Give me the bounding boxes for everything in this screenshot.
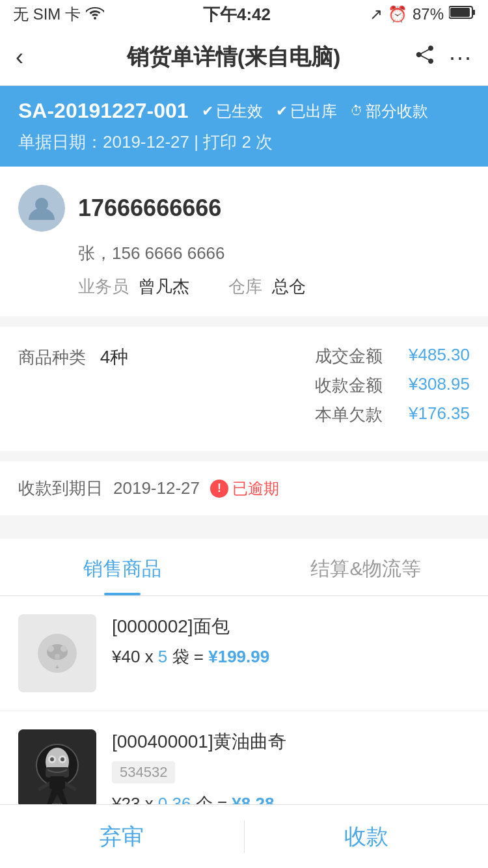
wifi-icon [86,5,104,23]
tab-settlement[interactable]: 结算&物流等 [244,539,488,595]
product-name-1: [0000002]面包 [112,614,470,639]
product-info-1: [0000002]面包 ¥40 x 5 袋 = ¥199.99 [112,614,470,668]
product-info-2: [000400001]黄油曲奇 534532 ¥23 x 0.36 个 = ¥8… [112,729,470,815]
cancel-button[interactable]: 弃审 [0,809,244,865]
amount-row-3: 本单欠款 ¥176.35 [315,403,470,426]
salesperson-label: 业务员 [78,277,129,296]
nav-title: 销货单详情(来自电脑) [55,42,413,72]
customer-section: 17666666666 张，156 6666 6666 业务员 曾凡杰 仓库 总… [0,167,488,316]
warehouse-value: 总仓 [272,277,306,296]
status-right: ↗ ⏰ 87% [370,5,475,23]
svg-point-6 [47,645,54,652]
order-id: SA-20191227-001 [18,99,189,123]
customer-name: 17666666666 [78,195,221,222]
customer-meta: 业务员 曾凡杰 仓库 总仓 [18,275,470,298]
price-base-1: ¥40 [112,647,140,666]
status-left: 无 SIM 卡 [13,4,104,25]
order-header: SA-20191227-001 ✔ 已生效 ✔ 已出库 ⏱ 部分收款 单据日期：… [0,86,488,167]
order-date: 单据日期：2019-12-27 | 打印 2 次 [18,131,470,154]
svg-rect-18 [49,776,65,789]
due-date-section: 收款到期日 2019-12-27 ! 已逾期 [0,461,488,515]
summary-right: 成交金额 ¥485.30 收款金额 ¥308.95 本单欠款 ¥176.35 [315,345,470,433]
overdue-badge: ! 已逾期 [210,478,279,499]
svg-point-7 [61,645,67,652]
total-1: ¥199.99 [208,647,269,666]
debt-label: 本单欠款 [315,403,383,426]
amount-label: 成交金额 [315,345,383,368]
bottom-bar: 弃审 收款 [0,804,488,868]
debt-value: ¥176.35 [409,403,470,426]
status-partial: ⏱ 部分收款 [350,101,428,122]
svg-rect-2 [450,8,470,17]
svg-point-17 [61,757,64,761]
due-date-label: 收款到期日 [18,477,103,500]
location-icon: ↗ [370,5,383,23]
check-icon-1: ✔ [202,103,213,120]
amount-value: ¥485.30 [409,345,470,368]
confirm-button[interactable]: 收款 [245,809,489,865]
customer-avatar [18,185,65,232]
status-shipped: ✔ 已出库 [276,101,337,122]
status-badges: ✔ 已生效 ✔ 已出库 ⏱ 部分收款 [202,101,428,122]
type-count: 4种 [100,347,129,367]
due-date-value: 2019-12-27 [113,478,200,498]
received-value: ¥308.95 [409,374,470,397]
nav-bar: ‹ 销货单详情(来自电脑) ··· [0,29,488,86]
order-summary: 商品种类 4种 成交金额 ¥485.30 收款金额 ¥308.95 本单欠款 ¥… [0,327,488,451]
type-label: 商品种类 4种 [18,345,128,370]
battery-text: 87% [413,5,444,23]
status-active: ✔ 已生效 [202,101,263,122]
more-button[interactable]: ··· [449,44,472,71]
product-sku-2: 534532 [112,761,175,783]
summary-left: 商品种类 4种 [18,345,128,375]
warehouse-label: 仓库 [228,277,262,296]
amount-row-2: 收款金额 ¥308.95 [315,374,470,397]
battery-icon [449,5,475,23]
product-item-1: + [0000002]面包 ¥40 x 5 袋 = ¥199.99 [0,596,488,711]
back-button[interactable]: ‹ [16,44,55,71]
unit-1: 袋 [172,647,189,666]
tabs: 销售商品 结算&物流等 [0,539,488,596]
product-price-1: ¥40 x 5 袋 = ¥199.99 [112,645,470,668]
svg-rect-1 [472,10,475,15]
clock-icon: ⏱ [350,103,363,118]
carrier-text: 无 SIM 卡 [13,4,81,25]
product-name-2: [000400001]黄油曲奇 [112,729,470,754]
status-bar: 无 SIM 卡 下午4:42 ↗ ⏰ 87% [0,0,488,29]
tab-products[interactable]: 销售商品 [0,539,244,595]
nav-actions: ··· [413,43,472,72]
product-thumb-1: + [18,614,96,692]
status-time: 下午4:42 [203,3,271,26]
product-thumb-2: ninja [18,729,96,807]
share-button[interactable] [413,43,436,72]
overdue-icon: ! [210,480,228,498]
salesperson-value: 曾凡杰 [139,277,189,296]
amount-row-1: 成交金额 ¥485.30 [315,345,470,368]
section-divider [0,526,488,539]
customer-contact: 张，156 6666 6666 [18,242,470,265]
check-icon-2: ✔ [276,103,288,120]
qty-1: 5 [158,647,167,666]
received-label: 收款金额 [315,374,383,397]
svg-text:+: + [55,664,59,671]
alarm-icon: ⏰ [388,5,407,23]
svg-point-16 [50,757,54,761]
overdue-text: 已逾期 [232,478,279,499]
svg-point-8 [55,654,60,659]
product-list: + [0000002]面包 ¥40 x 5 袋 = ¥199.99 [0,596,488,834]
